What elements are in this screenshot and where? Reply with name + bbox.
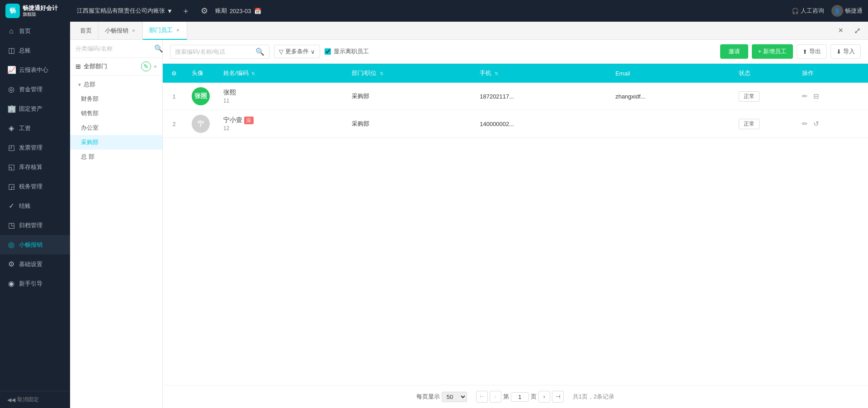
filter-btn[interactable]: ▽ 更多条件 ∨ xyxy=(274,45,320,58)
sidebar-item-archive[interactable]: ◳ 归档管理 xyxy=(0,216,70,235)
cancel-pin-btn[interactable]: ◀◀ 取消固定 xyxy=(0,391,70,408)
settings-nav-icon: ⚙ xyxy=(7,260,15,268)
settings-icon[interactable]: ⚙ xyxy=(199,4,210,18)
avatar-1: 宁 xyxy=(192,115,210,133)
invite-btn[interactable]: 邀请 xyxy=(720,44,748,59)
last-page-btn[interactable]: ⊣ xyxy=(552,391,564,403)
tab-dept-employee[interactable]: 部门员工 × xyxy=(143,22,187,40)
expand-icon[interactable]: ⤢ xyxy=(850,24,864,38)
sidebar-item-salary[interactable]: ◈ 工资 xyxy=(0,118,70,138)
add-employee-btn[interactable]: + 新增员工 xyxy=(752,44,793,59)
edit-icon-0[interactable]: ✏ xyxy=(802,92,808,100)
logo-sub: 旗舰版 xyxy=(23,12,58,17)
main-layout: ⌂ 首页 ◫ 总账 📈 云报表中心 ◎ 资金管理 🏢 固定资产 ◈ 工资 ◰ 发… xyxy=(0,22,868,408)
row-dept-1: 采购部 xyxy=(345,110,474,138)
tab-expense-close[interactable]: × xyxy=(131,27,136,35)
dept-tree-item-xiaoshou[interactable]: 销售部 xyxy=(70,106,162,121)
home-icon: ⌂ xyxy=(7,27,15,35)
tab-expense[interactable]: 小畅报销 × xyxy=(99,22,143,40)
logo: 畅 畅捷通好会计 旗舰版 xyxy=(5,4,73,18)
import-btn[interactable]: ⬇ 导入 xyxy=(830,44,861,59)
more-icon-1[interactable]: ↺ xyxy=(813,120,819,128)
sidebar-item-guide[interactable]: ◉ 新手引导 xyxy=(0,274,70,293)
sidebar-item-funds[interactable]: ◎ 资金管理 xyxy=(0,80,70,99)
prev-page-btn[interactable]: ‹ xyxy=(490,391,501,403)
sidebar-item-expense[interactable]: ◎ 小畅报销 xyxy=(0,235,70,254)
page-input: 第 页 xyxy=(503,392,537,402)
row-dept-0: 采购部 xyxy=(345,83,474,110)
support-btn[interactable]: 🎧 人工咨询 xyxy=(792,7,824,15)
avatar: 👤 xyxy=(831,5,843,17)
sidebar: ⌂ 首页 ◫ 总账 📈 云报表中心 ◎ 资金管理 🏢 固定资产 ◈ 工资 ◰ 发… xyxy=(0,22,70,408)
tax-icon: ◲ xyxy=(7,182,15,191)
topbar: 畅 畅捷通好会计 旗舰版 江西服宝精品有限责任公司内账张 ▼ ＋ ⚙ 账期 20… xyxy=(0,0,868,22)
logo-main: 畅捷通好会计 xyxy=(23,5,58,11)
sort-dept-icon: ⇅ xyxy=(380,71,383,76)
dept-tree-item-caigou[interactable]: 采购部 xyxy=(70,135,162,150)
collapse-panel-btn[interactable]: « xyxy=(154,63,157,70)
row-name-code-0: 张熙 11 xyxy=(217,83,345,110)
more-icon-0[interactable]: ⊟ xyxy=(813,92,819,100)
row-actions-1: ✏ ↺ xyxy=(796,110,868,138)
period-selector[interactable]: 账期 2023-03 📅 xyxy=(215,7,261,15)
filter-icon: ▽ xyxy=(279,48,283,55)
dept-tree-item-zongbu-root[interactable]: ▼ 总部 xyxy=(70,77,162,92)
sidebar-item-inventory[interactable]: ◱ 库存核算 xyxy=(0,157,70,177)
all-dept-header[interactable]: ⊞ 全部部门 ✎ « xyxy=(70,58,162,75)
page-nav: ⊢ ‹ 第 页 › ⊣ xyxy=(476,391,564,403)
dept-tree-item-bangong[interactable]: 办公室 xyxy=(70,121,162,135)
show-resigned-label[interactable]: 显示离职员工 xyxy=(325,47,369,56)
dept-grid-icon: ⊞ xyxy=(75,63,81,70)
sidebar-item-assets[interactable]: 🏢 固定资产 xyxy=(0,99,70,118)
col-avatar: 头像 xyxy=(185,64,217,83)
pagination: 每页显示 50 10 20 100 ⊢ ‹ 第 xyxy=(163,385,868,408)
logo-icon: 畅 xyxy=(5,4,20,18)
employee-panel: 🔍 ▽ 更多条件 ∨ 显示离职员工 邀请 + 新增员工 xyxy=(163,40,868,408)
col-actions: 操作 xyxy=(796,64,868,83)
user-menu[interactable]: 👤 畅捷通 xyxy=(831,5,863,17)
tab-home[interactable]: 首页 xyxy=(74,22,99,40)
sidebar-item-checkout[interactable]: ✓ 结账 xyxy=(0,196,70,216)
employee-search-input[interactable] xyxy=(175,48,253,55)
tab-dept-close[interactable]: × xyxy=(175,26,180,34)
sidebar-item-ledger[interactable]: ◫ 总账 xyxy=(0,41,70,60)
avatar-0: 张照 xyxy=(192,87,210,105)
invoice-icon: ◰ xyxy=(7,143,15,152)
table-row: 1 张照 张熙 11 采购部 187202117... zhangxidf...… xyxy=(163,83,868,110)
archive-icon: ◳ xyxy=(7,221,15,230)
page-size-select[interactable]: 50 10 20 100 xyxy=(442,392,467,402)
close-window-icon[interactable]: × xyxy=(835,24,847,37)
chevron-down-icon: ▼ xyxy=(167,8,173,14)
row-num-0: 1 xyxy=(163,83,185,110)
export-btn[interactable]: ⬆ 导出 xyxy=(797,44,827,59)
sidebar-item-settings[interactable]: ⚙ 基础设置 xyxy=(0,254,70,274)
inventory-icon: ◱ xyxy=(7,163,15,171)
sidebar-item-invoice[interactable]: ◰ 发票管理 xyxy=(0,138,70,157)
calendar-icon: 📅 xyxy=(254,8,261,14)
next-page-btn[interactable]: › xyxy=(538,391,550,403)
sidebar-item-home[interactable]: ⌂ 首页 xyxy=(0,22,70,41)
add-icon[interactable]: ＋ xyxy=(180,4,192,18)
row-phone-1: 140000002... xyxy=(473,110,609,138)
page-number-input[interactable] xyxy=(511,392,529,402)
edit-icon-1[interactable]: ✏ xyxy=(802,120,808,128)
show-resigned-checkbox[interactable] xyxy=(325,48,331,55)
dept-search-icon[interactable]: 🔍 xyxy=(154,44,163,53)
sidebar-item-tax[interactable]: ◲ 税务管理 xyxy=(0,177,70,196)
add-dept-btn[interactable]: ✎ xyxy=(141,61,151,71)
company-selector[interactable]: 江西服宝精品有限责任公司内账张 ▼ xyxy=(77,7,173,15)
page-total: 共1页，2条记录 xyxy=(573,393,614,401)
assets-icon: 🏢 xyxy=(7,104,15,113)
tab-bar: 首页 小畅报销 × 部门员工 × × ⤢ xyxy=(70,22,868,40)
topbar-actions: ＋ ⚙ xyxy=(180,4,210,18)
first-page-btn[interactable]: ⊢ xyxy=(476,391,488,403)
import-icon: ⬇ xyxy=(836,48,841,55)
search-icon[interactable]: 🔍 xyxy=(255,47,264,56)
row-status-0: 正常 xyxy=(732,83,796,110)
dept-tree-item-caiwu[interactable]: 财务部 xyxy=(70,92,162,106)
row-avatar-0: 张照 xyxy=(185,83,217,110)
dept-tree-item-zong-bu2[interactable]: 总 部 xyxy=(70,150,162,164)
sidebar-item-reports[interactable]: 📈 云报表中心 xyxy=(0,60,70,80)
reports-icon: 📈 xyxy=(7,66,15,74)
dept-search-input[interactable] xyxy=(75,45,151,52)
